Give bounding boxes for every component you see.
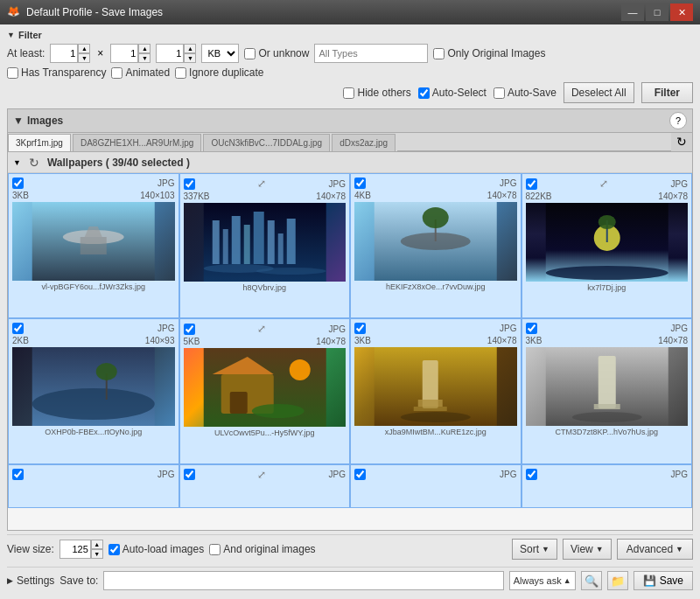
auto-save-checkbox[interactable] (494, 87, 505, 99)
height-up-btn[interactable]: ▲ (138, 44, 150, 53)
image-cell[interactable]: JPG3KB140×103 vl-vpBGFY6ou...fJWr3Zks.jp… (8, 173, 179, 318)
image-cell[interactable]: JPG3KB140×78 CTM3D7zt8KP...hVo7hUs.jpg (522, 318, 693, 463)
folder-button[interactable]: 📁 (607, 571, 628, 590)
size-up-btn[interactable]: ▲ (184, 44, 196, 53)
tab-item-4[interactable]: dDxs2az.jpg (332, 134, 396, 151)
times-char-1: × (97, 47, 103, 59)
sort-button[interactable]: Sort ▼ (512, 539, 557, 560)
or-unknown-checkbox[interactable] (244, 48, 256, 59)
filter-button[interactable]: Filter (641, 82, 693, 103)
cell-filename: hEKIFzX8xOe...r7vvDuw.jpg (354, 282, 517, 291)
auto-load-checkbox[interactable] (108, 544, 120, 555)
has-transparency-checkbox[interactable] (7, 67, 18, 79)
tab-item-2[interactable]: DA8GZHE1XH...AR9UrM.jpg (73, 134, 201, 151)
cell-checkbox[interactable] (184, 324, 195, 335)
hide-others-wrap[interactable]: Hide others (343, 87, 410, 99)
cell-checkbox[interactable] (12, 469, 24, 480)
filter-collapse-arrow[interactable]: ▼ (7, 31, 15, 39)
cell-checkbox[interactable] (12, 323, 24, 334)
expand-icon[interactable]: ⤢ (257, 178, 266, 190)
only-original-checkbox[interactable] (433, 48, 444, 59)
and-original-checkbox[interactable] (209, 544, 220, 555)
image-cell[interactable]: JPG (522, 464, 693, 508)
help-button[interactable]: ? (669, 112, 687, 129)
auto-select-wrap[interactable]: Auto-Select (418, 87, 486, 99)
height-input[interactable] (110, 44, 138, 63)
ignore-duplicate-wrap[interactable]: Ignore duplicate (175, 66, 263, 79)
expand-icon[interactable]: ⤢ (257, 323, 266, 335)
cell-checkbox[interactable] (526, 469, 537, 480)
image-cell[interactable]: JPG (350, 464, 522, 508)
image-cell[interactable]: JPG4KB140×78 hEKIFzX8xOe...r7vvDuw.jpg (350, 173, 522, 318)
all-types-input[interactable] (314, 44, 428, 63)
cell-checkbox[interactable] (526, 178, 537, 190)
unit-select[interactable]: KB B MB (201, 44, 239, 63)
cell-checkbox[interactable] (526, 323, 537, 334)
expand-icon[interactable]: ⤢ (257, 469, 266, 481)
refresh-tab-button[interactable]: ↻ (671, 133, 692, 151)
size-down-btn[interactable]: ▼ (184, 53, 196, 63)
width-up-btn[interactable]: ▲ (78, 44, 90, 53)
auto-save-label: Auto-Save (508, 87, 556, 99)
always-ask-dropdown[interactable]: Always ask ▲ (509, 571, 576, 590)
view-size-up-btn[interactable]: ▲ (91, 540, 103, 549)
height-spinners: ▲ ▼ (138, 44, 150, 63)
cell-checkbox[interactable] (184, 178, 195, 190)
tab-item-3[interactable]: OUcN3kfiBvC...7IDDALg.jpg (203, 134, 330, 151)
cell-checkbox[interactable] (184, 469, 195, 480)
cell-type: JPG (500, 470, 516, 479)
auto-select-checkbox[interactable] (418, 87, 430, 99)
expand-icon[interactable]: ⤢ (599, 178, 608, 190)
cell-thumbnail (526, 347, 689, 426)
view-size-down-btn[interactable]: ▼ (91, 549, 103, 559)
cell-info: 4KB140×78 (354, 191, 517, 200)
image-cell[interactable]: ⤢JPG5KB140×78 ULVcOwvt5Pu...-Hy5fWY.jpg (179, 318, 351, 463)
animated-wrap[interactable]: Animated (111, 66, 170, 79)
width-down-btn[interactable]: ▼ (78, 53, 90, 63)
size-input[interactable] (156, 44, 184, 63)
image-cell[interactable]: ⤢JPG822KB140×78 kx7l7Dj.jpg (522, 173, 693, 318)
animated-checkbox[interactable] (111, 67, 122, 79)
tab-item-1[interactable]: 3Kprf1m.jpg (8, 134, 71, 151)
svg-rect-40 (598, 356, 615, 408)
has-transparency-wrap[interactable]: Has Transparency (7, 66, 106, 79)
close-button[interactable]: ✕ (670, 3, 693, 21)
cell-checkbox[interactable] (354, 323, 366, 334)
image-cell[interactable]: ⤢JPG (179, 464, 351, 508)
and-original-wrap[interactable]: And original images (209, 543, 315, 555)
image-cell[interactable]: JPG2KB140×93 OXHP0b-FBEx...rtOyNo.jpg (8, 318, 179, 463)
cell-header: JPG (526, 323, 689, 334)
image-cell[interactable]: ⤢JPG337KB140×78 h8QVbrv.jpg (179, 173, 351, 318)
browse-button[interactable]: 🔍 (581, 571, 602, 590)
advanced-button[interactable]: Advanced ▼ (617, 539, 693, 560)
filter-row-2: Has Transparency Animated Ignore duplica… (7, 66, 693, 79)
ignore-duplicate-checkbox[interactable] (175, 67, 186, 79)
settings-toggle[interactable]: ▶ Settings (7, 575, 54, 587)
image-cell[interactable]: JPG3KB140×78 xJba9MIwtBM...KuRE1zc.jpg (350, 318, 522, 463)
width-input[interactable] (50, 44, 78, 63)
save-button[interactable]: 💾 Save (634, 571, 693, 590)
save-to-input[interactable] (103, 571, 503, 590)
auto-save-wrap[interactable]: Auto-Save (494, 87, 556, 99)
view-size-input[interactable] (60, 540, 91, 559)
cell-checkbox[interactable] (354, 178, 366, 189)
group-collapse-arrow[interactable]: ▼ (13, 158, 21, 167)
image-cell[interactable]: JPG (8, 464, 179, 508)
maximize-button[interactable]: □ (646, 3, 668, 21)
reload-button[interactable]: ↻ (26, 155, 42, 171)
cell-checkbox[interactable] (12, 178, 24, 189)
view-button[interactable]: View ▼ (563, 539, 612, 560)
cell-thumbnail (354, 347, 517, 426)
cell-type: JPG (158, 324, 174, 333)
only-original-wrap[interactable]: Only Original Images (433, 47, 545, 59)
or-unknown-wrap[interactable]: Or unknow (244, 47, 309, 59)
hide-others-checkbox[interactable] (343, 87, 354, 99)
images-collapse-arrow[interactable]: ▼ (13, 115, 24, 127)
auto-load-wrap[interactable]: Auto-load images (108, 543, 204, 555)
deselect-all-button[interactable]: Deselect All (564, 82, 634, 103)
minimize-button[interactable]: — (621, 3, 644, 21)
svg-point-33 (289, 359, 310, 380)
cell-checkbox[interactable] (354, 469, 366, 480)
height-down-btn[interactable]: ▼ (138, 53, 150, 63)
view-size-spinners: ▲ ▼ (91, 540, 103, 559)
